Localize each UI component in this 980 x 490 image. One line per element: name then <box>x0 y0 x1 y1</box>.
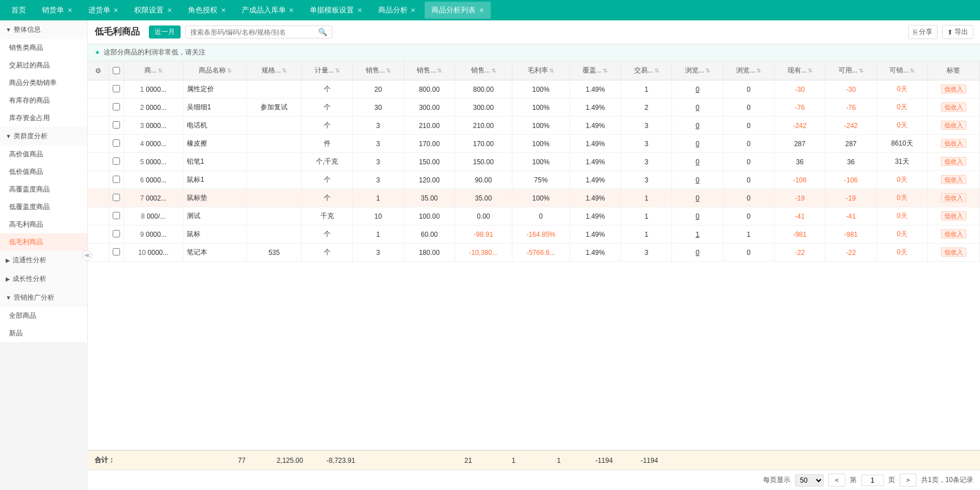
col-name[interactable]: 商品名称⇅ <box>183 61 246 80</box>
nav-analysis-list[interactable]: 商品分析列表 ✕ <box>425 2 491 19</box>
row-checkbox[interactable] <box>109 207 123 225</box>
nav-template[interactable]: 单据模板设置 ✕ <box>303 2 369 19</box>
row-view1[interactable]: 0 <box>672 99 723 117</box>
sidebar-group-growth[interactable]: ▶ 成长性分析 <box>0 270 87 288</box>
row-checkbox[interactable] <box>109 171 123 189</box>
share-button[interactable]: ⎘ 分享 <box>908 25 938 39</box>
sidebar-item-high-margin[interactable]: 高毛利商品 <box>0 216 87 233</box>
col-sales-qty[interactable]: 销售...⇅ <box>353 61 404 80</box>
col-current-stock[interactable]: 现有...⇅ <box>774 61 825 80</box>
col-sellable[interactable]: 可销...⇅ <box>876 61 927 80</box>
col-view1[interactable]: 浏览...⇅ <box>672 61 723 80</box>
sidebar-item-low-coverage[interactable]: 低覆盖度商品 <box>0 198 87 216</box>
nav-close-purchase[interactable]: ✕ <box>113 7 118 14</box>
col-settings[interactable]: ⚙ <box>88 61 109 80</box>
export-button[interactable]: ⬆ 导出 <box>942 25 973 39</box>
nav-home[interactable]: 首页 <box>5 2 33 19</box>
col-sales-amount[interactable]: 销售...⇅ <box>404 61 455 80</box>
col-coverage[interactable]: 覆盖...⇅ <box>570 61 620 80</box>
row-spec <box>247 171 302 189</box>
sidebar-group-cluster[interactable]: ▼ 类群度分析 <box>0 127 87 146</box>
row-checkbox[interactable] <box>109 117 123 135</box>
sidebar-item-low-margin[interactable]: 低毛利商品 <box>0 233 87 251</box>
row-checkbox[interactable] <box>109 244 123 262</box>
table-row: 10 0000... 笔记本 535 个 3 180.00 -10,380...… <box>88 244 980 262</box>
nav-close-analysis[interactable]: ✕ <box>410 7 416 14</box>
col-trade-count[interactable]: 交易...⇅ <box>621 61 672 80</box>
select-all-checkbox[interactable] <box>113 67 120 74</box>
nav-permission[interactable]: 权限设置 ✕ <box>127 2 179 19</box>
nav-sales[interactable]: 销货单 ✕ <box>35 2 79 19</box>
search-input[interactable] <box>190 28 318 36</box>
row-current-stock: -41 <box>774 207 825 225</box>
page-size-select[interactable]: 50 100 200 <box>795 474 824 487</box>
row-spec: 参加复试 <box>247 99 302 117</box>
row-view1[interactable]: 0 <box>672 189 723 207</box>
sidebar-item-low-value[interactable]: 低价值商品 <box>0 163 87 181</box>
sidebar-item-stocked-goods[interactable]: 有库存的商品 <box>0 92 87 109</box>
row-view1[interactable]: 0 <box>672 207 723 225</box>
page-number-input[interactable] <box>861 475 884 486</box>
col-gross-margin[interactable]: 毛利率⇅ <box>512 61 570 80</box>
nav-product-inbound[interactable]: 产成品入库单 ✕ <box>235 2 301 19</box>
sidebar: ▼ 整体信息 销售类商品 交易过的商品 商品分类助销率 有库存的商品 库存资金占… <box>0 20 88 342</box>
sidebar-item-new-goods[interactable]: 新品 <box>0 325 87 342</box>
nav-close-sales[interactable]: ✕ <box>67 7 72 14</box>
row-gross-margin: 100% <box>512 153 570 171</box>
row-sales-amount: 120.00 <box>404 171 455 189</box>
row-view1[interactable]: 0 <box>672 135 723 153</box>
row-tag: 低收入 <box>927 135 979 153</box>
nav-close-role[interactable]: ✕ <box>221 7 226 14</box>
nav-analysis[interactable]: 商品分析 ✕ <box>371 2 423 19</box>
row-checkbox[interactable] <box>109 153 123 171</box>
row-view2: 0 <box>723 207 774 225</box>
row-tag: 低收入 <box>927 207 979 225</box>
row-num: 8 000/... <box>123 207 183 225</box>
sidebar-item-high-value[interactable]: 高价值商品 <box>0 146 87 163</box>
row-coverage: 1.49% <box>570 80 620 99</box>
next-page-button[interactable]: ＞ <box>900 474 917 487</box>
nav-close-permission[interactable]: ✕ <box>167 7 172 14</box>
nav-close-template[interactable]: ✕ <box>357 7 362 14</box>
sidebar-item-stock-capital[interactable]: 库存资金占用 <box>0 109 87 127</box>
row-checkbox[interactable] <box>109 99 123 117</box>
row-view1[interactable]: 0 <box>672 153 723 171</box>
row-sales-amount: 100.00 <box>404 207 455 225</box>
col-unit[interactable]: 计量...⇅ <box>301 61 352 80</box>
row-checkbox[interactable] <box>109 80 123 99</box>
sidebar-item-all-goods[interactable]: 全部商品 <box>0 307 87 325</box>
sidebar-item-sales-goods[interactable]: 销售类商品 <box>0 39 87 57</box>
col-code[interactable]: 商...⇅ <box>123 61 183 80</box>
row-checkbox[interactable] <box>109 135 123 153</box>
sidebar-group-overall[interactable]: ▼ 整体信息 <box>0 20 87 39</box>
sidebar-group-liquidity[interactable]: ▶ 流通性分析 <box>0 251 87 270</box>
col-available[interactable]: 可用...⇅ <box>825 61 876 80</box>
row-checkbox[interactable] <box>109 225 123 244</box>
sidebar-item-category-rate[interactable]: 商品分类助销率 <box>0 74 87 92</box>
totals-trade-count: 21 <box>446 457 491 465</box>
nav-purchase[interactable]: 进货单 ✕ <box>82 2 126 19</box>
search-icon[interactable]: 🔍 <box>318 28 327 36</box>
col-sales-profit[interactable]: 销售...⇅ <box>455 61 512 80</box>
row-view1[interactable]: 0 <box>672 80 723 99</box>
row-view1[interactable]: 0 <box>672 171 723 189</box>
row-checkbox[interactable] <box>109 189 123 207</box>
col-tag[interactable]: 标签 <box>927 61 979 80</box>
sidebar-item-high-coverage[interactable]: 高覆盖度商品 <box>0 181 87 198</box>
prev-page-button[interactable]: ＜ <box>828 474 845 487</box>
sidebar-collapse-btn[interactable]: ≪ <box>82 250 92 261</box>
sidebar-group-marketing[interactable]: ▼ 营销推广分析 <box>0 288 87 307</box>
nav-close-analysis-list[interactable]: ✕ <box>479 7 484 14</box>
col-checkbox[interactable] <box>109 61 123 80</box>
page-label: 第 <box>850 475 857 485</box>
row-view1[interactable]: 0 <box>672 117 723 135</box>
row-view1[interactable]: 0 <box>672 244 723 262</box>
row-view1[interactable]: 1 <box>672 225 723 244</box>
sidebar-item-traded-goods[interactable]: 交易过的商品 <box>0 57 87 74</box>
nav-close-product-inbound[interactable]: ✕ <box>289 7 294 14</box>
nav-role[interactable]: 角色授权 ✕ <box>181 2 233 19</box>
col-view2[interactable]: 浏览...⇅ <box>723 61 774 80</box>
time-filter-button[interactable]: 近一月 <box>149 25 181 39</box>
col-spec[interactable]: 规格...⇅ <box>247 61 302 80</box>
row-sales-amount: 60.00 <box>404 225 455 244</box>
